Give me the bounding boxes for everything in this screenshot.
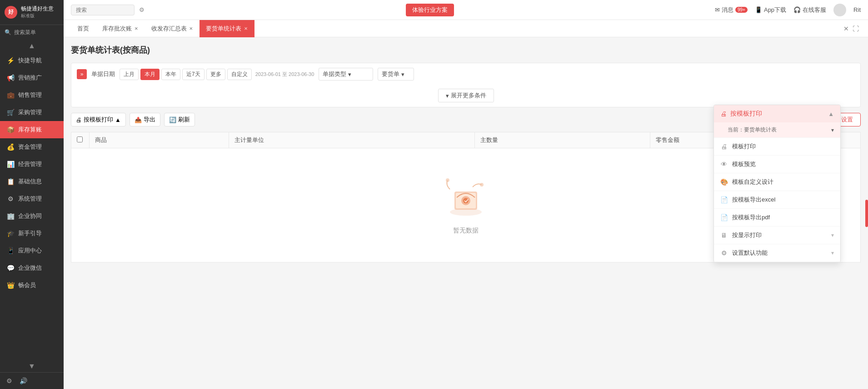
sidebar-item-enterprise[interactable]: 🏢 企业协同 [0, 207, 64, 225]
tab-inventory-batch[interactable]: 库存批次账 × [96, 20, 145, 37]
tab-order-stats-close[interactable]: × [244, 25, 248, 32]
dropdown-item-export-pdf[interactable]: 📄 按模板导出pdf [714, 209, 840, 227]
filter-expand-icon[interactable]: » [77, 69, 87, 79]
tab-receipt-summary[interactable]: 收发存汇总表 × [145, 20, 200, 37]
filter-doc-type-select[interactable]: 单据类型 ▾ [319, 68, 373, 81]
enterprise-wechat-icon: 💬 [6, 264, 15, 272]
user-avatar[interactable] [833, 4, 846, 16]
template-preview-icon: 👁 [720, 161, 728, 168]
tab-close-window-btn[interactable]: ✕ [842, 25, 851, 32]
dropdown-set-default[interactable]: ⚙ 设置默认功能 ▾ [714, 244, 840, 262]
dropdown-current-arrow: ▾ [831, 127, 834, 133]
filter-prev-month-btn[interactable]: 上月 [120, 69, 139, 80]
filter-more-date-btn[interactable]: 更多 [206, 69, 225, 80]
tab-maximize-btn[interactable]: ⛶ [851, 25, 861, 32]
sidebar-item-label: 企业协同 [18, 212, 42, 220]
search-label: 搜索菜单 [14, 29, 36, 36]
sidebar-item-sales[interactable]: 💼 销售管理 [0, 86, 64, 104]
tab-inventory-batch-close[interactable]: × [135, 25, 138, 32]
sidebar-item-label: 营销推广 [18, 74, 42, 82]
filter-goods-select[interactable]: 要货单 ▾ [378, 68, 414, 81]
filter-current-month-btn[interactable]: 本月 [140, 69, 160, 80]
sidebar-search-item[interactable]: 🔍 搜索菜单 [0, 25, 64, 40]
sidebar-item-vip[interactable]: 👑 畅会员 [0, 277, 64, 294]
sidebar-item-purchase[interactable]: 🛒 采购管理 [0, 104, 64, 121]
sidebar-item-label: 快捷导航 [18, 56, 42, 65]
dropdown-item-template-design[interactable]: 🎨 模板自定义设计 [714, 173, 840, 191]
sidebar-item-finance[interactable]: 💰 资金管理 [0, 138, 64, 156]
dropdown-close-icon[interactable]: ▲ [828, 111, 834, 117]
tab-order-stats[interactable]: 要货单统计表 × [200, 20, 254, 37]
sidebar-item-basic-info[interactable]: 📋 基础信息 [0, 173, 64, 190]
tab-receipt-summary-close[interactable]: × [190, 25, 193, 32]
filter-current-year-btn[interactable]: 本年 [161, 69, 180, 80]
refresh-btn[interactable]: 🔄 刷新 [164, 113, 195, 126]
sidebar-item-label: 库存算账 [18, 126, 42, 134]
set-default-arrow: ▾ [831, 250, 834, 256]
sidebar-item-quick-nav[interactable]: ⚡ 快捷导航 [0, 52, 64, 69]
tab-order-stats-label: 要货单统计表 [206, 25, 241, 33]
select-all-checkbox[interactable] [77, 136, 83, 142]
app-name: 畅捷通好生意 [21, 5, 54, 13]
dropdown-item-export-excel[interactable]: 📄 按模板导出excel [714, 191, 840, 209]
sidebar-item-app-center[interactable]: 📱 应用中心 [0, 242, 64, 259]
sidebar-item-system[interactable]: ⚙ 系统管理 [0, 190, 64, 207]
sidebar-item-newbie[interactable]: 🎓 新手引导 [0, 225, 64, 242]
tabs-bar: 首页 库存批次账 × 收发存汇总表 × 要货单统计表 × ✕ ⛶ [64, 20, 868, 37]
messages-item[interactable]: ✉ 消息 99+ [715, 6, 748, 14]
export-excel-icon: 📄 [720, 196, 728, 203]
sidebar-nav: ⚡ 快捷导航 📢 营销推广 💼 销售管理 🛒 采购管理 📦 库存算账 💰 资金管… [0, 52, 64, 360]
tab-home[interactable]: 首页 [71, 20, 96, 37]
topbar-gear-icon[interactable]: ⚙ [139, 6, 145, 13]
app-center-icon: 📱 [6, 247, 15, 254]
scrollbar-indicator[interactable] [865, 200, 868, 227]
online-service-label: 在线客服 [803, 6, 826, 14]
sidebar-item-enterprise-wechat[interactable]: 💬 企业微信 [0, 259, 64, 277]
help-footer-icon[interactable]: 🔊 [20, 377, 27, 384]
trial-btn[interactable]: 体验行业方案 [406, 4, 454, 16]
sidebar-item-inventory[interactable]: 📦 库存算账 [0, 121, 64, 138]
th-goods: 商品 [90, 132, 229, 148]
sidebar-item-label: 销售管理 [18, 91, 42, 99]
message-icon: ✉ [715, 6, 720, 13]
purchase-icon: 🛒 [6, 109, 15, 116]
print-label: 按模板打印 [84, 116, 113, 124]
main-content: ⚙ 体验行业方案 ✉ 消息 99+ 📱 App下载 🎧 在线客服 Rit 首页 [64, 0, 868, 389]
page-title: 要货单统计表(按商品) [71, 45, 861, 56]
dropdown-item-template-print[interactable]: 🖨 模板打印 [714, 138, 840, 156]
topbar-search-input[interactable] [71, 5, 135, 15]
dropdown-display-print[interactable]: 🖥 按显示打印 ▾ [714, 227, 840, 244]
sidebar-item-operations[interactable]: 📊 经营管理 [0, 156, 64, 173]
sidebar-scroll-down[interactable]: ▼ [0, 360, 64, 372]
basic-info-icon: 📋 [6, 178, 15, 185]
topbar-right: ✉ 消息 99+ 📱 App下载 🎧 在线客服 Rit [715, 4, 861, 16]
display-print-icon: 🖥 [720, 232, 728, 239]
filter-expand-more-btn[interactable]: ▾ 展开更多条件 [438, 89, 494, 102]
filter-custom-date-btn[interactable]: 自定义 [227, 69, 252, 80]
export-btn[interactable]: 📤 导出 [130, 113, 160, 126]
app-download-item[interactable]: 📱 App下载 [755, 6, 786, 14]
online-service-item[interactable]: 🎧 在线客服 [793, 6, 826, 14]
filter-date-range: 2023-06-01 至 2023-06-30 [255, 71, 314, 78]
finance-icon: 💰 [6, 143, 15, 151]
enterprise-icon: 🏢 [6, 212, 15, 220]
empty-text: 暂无数据 [453, 227, 479, 235]
filter-last-7-days-btn[interactable]: 近7天 [182, 69, 205, 80]
username-label: Rit [853, 6, 861, 13]
chevron-down-icon2: ▾ [401, 71, 404, 78]
settings-footer-icon[interactable]: ⚙ [6, 377, 12, 384]
set-default-icon: ⚙ [720, 249, 728, 257]
messages-badge: 99+ [735, 7, 748, 13]
dropdown-current-item[interactable]: 当前：要货单统计表 ▾ [714, 122, 840, 138]
sidebar-item-label: 系统管理 [18, 195, 42, 203]
sidebar-item-marketing[interactable]: 📢 营销推广 [0, 69, 64, 86]
print-btn-group[interactable]: 🖨 按模板打印 ▲ [71, 113, 126, 126]
tabs-bar-right: ✕ ⛶ [842, 25, 861, 32]
sidebar-scroll-up[interactable]: ▲ [0, 40, 64, 52]
dropdown-item-template-preview[interactable]: 👁 模板预览 [714, 156, 840, 173]
filter-date-label: 单据日期 [91, 70, 115, 78]
tab-receipt-summary-label: 收发存汇总表 [151, 25, 187, 33]
sidebar-item-label: 应用中心 [18, 247, 42, 255]
online-service-icon: 🎧 [793, 6, 801, 13]
marketing-icon: 📢 [6, 74, 15, 81]
